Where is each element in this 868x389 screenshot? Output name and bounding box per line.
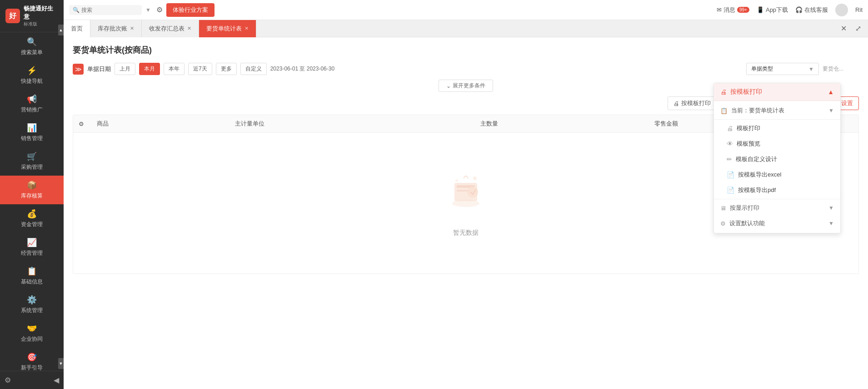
main-area: 🔍 ▼ ⚙ 体验行业方案 ✉ 消息 99+ 📱 App下载 🎧 在线客服 Rit bbox=[64, 0, 868, 389]
logo-icon: 好 bbox=[5, 9, 20, 23]
date-cur-year-btn[interactable]: 本年 bbox=[164, 63, 185, 75]
target-icon: 🎯 bbox=[27, 352, 37, 362]
collection-tab-label: 收发存汇总表 bbox=[149, 25, 185, 33]
mobile-icon: 📱 bbox=[757, 6, 764, 13]
default-func-arrow: ▼ bbox=[828, 220, 834, 227]
default-func-section[interactable]: ⚙ 设置默认功能 ▼ bbox=[714, 216, 840, 231]
sidebar-item-guide[interactable]: 🎯 新手引导 bbox=[0, 348, 64, 371]
current-template-item[interactable]: 📋 当前：要货单统计表 ▼ bbox=[714, 103, 840, 118]
sidebar-nav: 🔍 搜索菜单 ⚡ 快捷导航 📢 营销推广 📊 销售管理 🛒 采购管理 📦 库存核… bbox=[0, 32, 64, 371]
search-icon: 🔍 bbox=[27, 37, 37, 47]
box-icon: 📦 bbox=[27, 180, 37, 190]
tab-batch[interactable]: 库存批次账 ✕ bbox=[90, 20, 142, 37]
template-excel-icon: 📄 bbox=[727, 171, 734, 178]
tab-order-stats[interactable]: 要货单统计表 ✕ bbox=[199, 20, 256, 37]
sidebar-item-system[interactable]: ⚙️ 系统管理 bbox=[0, 290, 64, 319]
display-print-icon: 🖥 bbox=[720, 205, 726, 212]
collection-tab-close[interactable]: ✕ bbox=[187, 25, 191, 31]
template-pdf-btn[interactable]: 📄 按模板导出pdf bbox=[714, 182, 840, 198]
print-dropdown-header[interactable]: 🖨 按模板打印 ▲ bbox=[714, 83, 840, 101]
print-dropdown-title: 🖨 按模板打印 bbox=[720, 88, 762, 96]
batch-tab-label: 库存批次账 bbox=[98, 25, 127, 33]
current-template-arrow: ▼ bbox=[828, 107, 834, 114]
expand-chevron-icon: ⌄ bbox=[446, 83, 451, 89]
tabs-bar: 首页 库存批次账 ✕ 收发存汇总表 ✕ 要货单统计表 ✕ ✕ ⤢ bbox=[64, 20, 868, 37]
template-preview-btn[interactable]: 👁 模板预览 bbox=[714, 136, 840, 152]
maximize-btn[interactable]: ⤢ bbox=[852, 22, 864, 35]
order-stats-tab-close[interactable]: ✕ bbox=[244, 25, 249, 31]
order-type-arrow: ▼ bbox=[808, 66, 814, 72]
sidebar-item-sales[interactable]: 📊 销售管理 bbox=[0, 118, 64, 147]
date-cur-month-btn[interactable]: 本月 bbox=[139, 63, 160, 75]
date-range-text: 2023-06-01 至 2023-06-30 bbox=[270, 65, 334, 73]
date-prev-month-btn[interactable]: 上月 bbox=[115, 63, 135, 75]
online-service-btn[interactable]: 🎧 在线客服 bbox=[795, 6, 828, 14]
message-badge: 99+ bbox=[737, 7, 749, 13]
content-area: 要货单统计表(按商品) ≫ 单据日期 上月 本月 本年 近7天 更多 自定义 2… bbox=[64, 37, 868, 389]
date-more-btn[interactable]: 更多 bbox=[216, 63, 237, 75]
display-print-section[interactable]: 🖥 按显示打印 ▼ bbox=[714, 200, 840, 216]
template-pdf-icon: 📄 bbox=[727, 187, 734, 194]
print-dropdown-close-icon[interactable]: ▲ bbox=[828, 88, 834, 96]
close-tab-btn[interactable]: ✕ bbox=[837, 22, 850, 35]
search-input[interactable] bbox=[81, 7, 131, 13]
sidebar-scroll-up[interactable]: ▲ bbox=[58, 25, 64, 35]
col-unit: 主计量单位 bbox=[229, 115, 475, 133]
logo-text: 畅捷通好生意 标准版 bbox=[24, 5, 58, 27]
money-icon: 💰 bbox=[27, 209, 37, 219]
template-design-icon: ✏ bbox=[727, 156, 732, 163]
col-settings[interactable]: ⚙ bbox=[73, 115, 91, 133]
sidebar-item-ops[interactable]: 📈 经营管理 bbox=[0, 233, 64, 262]
gear-icon: ⚙️ bbox=[27, 295, 37, 305]
app-download-btn[interactable]: 📱 App下载 bbox=[757, 6, 788, 14]
sidebar-item-search[interactable]: 🔍 搜索菜单 bbox=[0, 32, 64, 61]
default-func-icon: ⚙ bbox=[720, 220, 726, 227]
sidebar-item-collab[interactable]: 🤝 企业协同 bbox=[0, 319, 64, 348]
order-category-placeholder: 要货仓... bbox=[823, 65, 859, 73]
chart-icon: 📊 bbox=[27, 123, 37, 133]
tab-home[interactable]: 首页 bbox=[64, 20, 90, 37]
table-settings-icon[interactable]: ⚙ bbox=[79, 121, 84, 127]
empty-text: 暂无数据 bbox=[453, 229, 479, 237]
handshake-icon: 🤝 bbox=[27, 323, 37, 333]
batch-tab-close[interactable]: ✕ bbox=[130, 25, 134, 31]
print-dropdown-body: 📋 当前：要货单统计表 ▼ 🖨 模板打印 👁 模板预览 bbox=[714, 101, 840, 233]
sidebar-item-inventory[interactable]: 📦 库存核算 bbox=[0, 176, 64, 204]
tab-collection[interactable]: 收发存汇总表 ✕ bbox=[142, 20, 199, 37]
order-stats-tab-label: 要货单统计表 bbox=[206, 25, 242, 33]
search-header-icon: 🔍 bbox=[73, 7, 80, 13]
date-7days-btn[interactable]: 近7天 bbox=[188, 63, 212, 75]
user-avatar[interactable] bbox=[835, 4, 848, 16]
collapse-sidebar-btn[interactable]: ◀ bbox=[54, 376, 59, 384]
message-btn[interactable]: ✉ 消息 99+ bbox=[717, 6, 749, 14]
sidebar-item-quicknav[interactable]: ⚡ 快捷导航 bbox=[0, 61, 64, 90]
sidebar-scroll-down[interactable]: ▼ bbox=[58, 358, 64, 369]
search-dropdown-btn[interactable]: ▼ bbox=[145, 7, 151, 13]
sidebar-item-purchase[interactable]: 🛒 采购管理 bbox=[0, 147, 64, 176]
header-gear-icon[interactable]: ⚙ bbox=[156, 5, 163, 14]
empty-illustration bbox=[443, 169, 489, 223]
order-type-label: 单据类型 bbox=[751, 65, 773, 73]
filter-expand-btn[interactable]: ≫ bbox=[73, 64, 84, 75]
expand-more-btn[interactable]: ⌄ 展开更多条件 bbox=[439, 80, 493, 92]
order-type-dropdown[interactable]: 单据类型 ▼ bbox=[746, 63, 819, 75]
current-template-icon: 📋 bbox=[720, 107, 728, 114]
settings-footer-btn[interactable]: ⚙ bbox=[5, 376, 11, 384]
print-dropdown: 🖨 按模板打印 ▲ 📋 当前：要货单统计表 ▼ 🖨 bbox=[713, 83, 841, 233]
sidebar-item-basic[interactable]: 📋 基础信息 bbox=[0, 262, 64, 290]
print-header-icon: 🖨 bbox=[720, 88, 727, 96]
tabs-right-controls: ✕ ⤢ bbox=[837, 22, 868, 35]
template-excel-btn[interactable]: 📄 按模板导出excel bbox=[714, 167, 840, 182]
sidebar-item-finance[interactable]: 💰 资金管理 bbox=[0, 204, 64, 233]
header-search-box[interactable]: 🔍 bbox=[69, 5, 142, 15]
sidebar-item-marketing[interactable]: 📢 营销推广 bbox=[0, 90, 64, 118]
template-print-btn[interactable]: 🖨 模板打印 bbox=[714, 121, 840, 136]
home-tab-label: 首页 bbox=[71, 25, 83, 33]
col-quantity: 主数量 bbox=[475, 115, 649, 133]
print-icon: 🖨 bbox=[673, 100, 679, 107]
template-preview-icon: 👁 bbox=[727, 140, 733, 147]
date-custom-btn[interactable]: 自定义 bbox=[240, 63, 267, 75]
trial-btn[interactable]: 体验行业方案 bbox=[166, 3, 215, 17]
template-design-btn[interactable]: ✏ 模板自定义设计 bbox=[714, 152, 840, 167]
headset-icon: 🎧 bbox=[795, 6, 803, 13]
